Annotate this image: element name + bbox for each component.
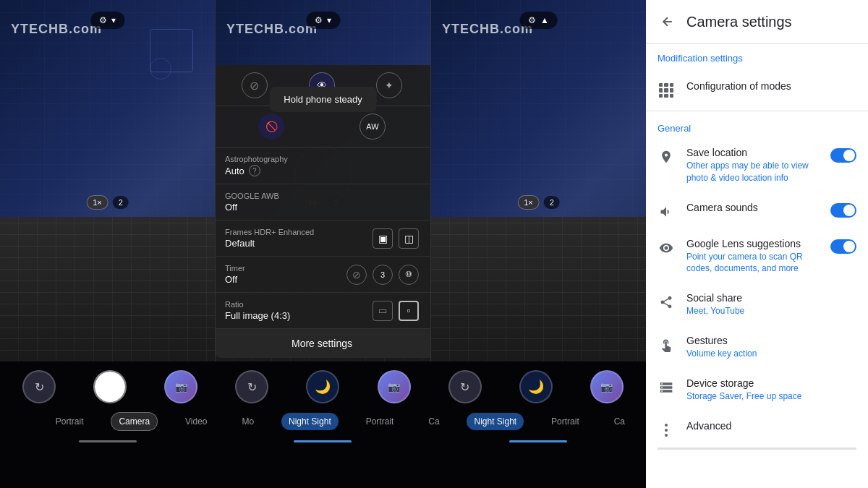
camera-icon-2: 📷 [388,381,400,393]
google-lens-item[interactable]: Google Lens suggestions Point your camer… [646,229,868,284]
frame-icon-2[interactable]: ◫ [399,228,419,249]
advanced-item[interactable]: Advanced [646,411,868,448]
overlay-icon-camera-off[interactable]: 🚫 [258,114,284,140]
overlay-astrophotography: Astrophotography Auto ? [216,147,430,184]
gestures-icon [658,336,675,354]
camera-icon-1: 📷 [175,381,187,393]
overlay-icon-sparkle[interactable]: ✦ [376,72,402,98]
overlay-icon-aw[interactable]: AW [359,114,386,140]
save-location-toggle[interactable] [830,148,856,163]
panel-header-3[interactable]: ⚙ ▲ [519,12,558,29]
tab-portrait-2[interactable]: Portrait [359,413,401,430]
frames-value: Default [225,238,314,249]
device-storage-title: Device storage [686,377,856,389]
tab-portrait-3[interactable]: Portrait [544,413,587,430]
keyboard-area-3 [431,217,646,361]
hold-steady-toast: Hold phone steady [269,87,376,112]
overlay-awb: GOOGLE AWB Off [216,184,430,221]
svg-point-0 [665,246,668,249]
tab-portrait-1[interactable]: Portrait [48,413,91,430]
ratio-label: Ratio [225,300,290,309]
gear-icon-3[interactable]: ⚙ [528,15,536,25]
tab-ca-2[interactable]: Ca [607,413,632,430]
info-icon-astro[interactable]: ? [249,165,260,176]
astro-label: Astrophotography [225,155,419,163]
ratio-tall-icon[interactable]: ▭ [373,301,393,321]
indicator-1 [79,440,137,442]
mode-icon-gradient-3[interactable]: 📷 [589,369,625,405]
moon-icon-1: 🌙 [315,379,331,395]
tab-night-sight-1[interactable]: Night Sight [281,413,339,430]
camera-section: YTECHB.com ⚙ ▾ 1× 2 YTECHB.com [0,0,646,488]
refresh-icon-2: ↻ [247,380,257,394]
camera-panel-1: YTECHB.com ⚙ ▾ 1× 2 [0,0,216,361]
timer-10-icon[interactable]: ⑩ [399,265,419,285]
zoom-1x-3[interactable]: 1× [517,195,540,210]
arrow-down-icon-1[interactable]: ▾ [111,15,116,25]
save-location-subtitle: Other apps may be able to view photo & v… [686,160,819,184]
social-share-item[interactable]: Social share Meet, YouTube [646,283,868,326]
timer-off-icon[interactable]: ⊘ [346,265,367,285]
back-button[interactable] [658,12,678,32]
configuration-item[interactable]: Configuration of modes [646,72,868,108]
advanced-title: Advanced [686,420,856,432]
mode-icon-refresh-1[interactable]: ↻ [21,369,57,405]
mode-icon-capture-1[interactable] [92,369,128,405]
tab-ca-1[interactable]: Ca [421,413,446,430]
camera-panels: YTECHB.com ⚙ ▾ 1× 2 YTECHB.com [0,0,646,361]
watermark-3: YTECHB.com [442,22,533,37]
panel-header-2[interactable]: ⚙ ▾ [306,12,340,29]
google-lens-toggle[interactable] [830,239,856,254]
gestures-item[interactable]: Gestures Volume key action [646,326,868,369]
camera-sounds-toggle[interactable] [830,203,856,218]
modification-settings-link[interactable]: Modification settings [646,44,868,72]
gear-icon-2[interactable]: ⚙ [315,15,323,25]
ratio-square-icon[interactable]: ▫ [399,301,419,321]
configuration-icon [658,82,675,99]
divider-1 [646,111,868,111]
refresh-icon-1: ↻ [35,380,44,394]
tab-night-sight-2[interactable]: Night Sight [467,413,524,430]
arrow-down-icon-2[interactable]: ▾ [327,15,331,25]
device-storage-item[interactable]: Device storage Storage Saver, Free up sp… [646,369,868,411]
save-location-title: Save location [686,147,819,158]
zoom-bar-3: 1× 2 [517,195,560,210]
shutter-button-1[interactable] [95,372,125,402]
camera-panel-2: YTECHB.com ⚙ ▾ Hold phone steady ⊘ 👁 ✦ [216,0,431,361]
more-icon [658,421,675,439]
camera-icon-3: 📷 [600,381,613,393]
camera-sounds-item[interactable]: Camera sounds [646,193,868,229]
arrow-up-icon-3[interactable]: ▲ [540,15,549,25]
mode-icon-gradient-2[interactable]: 📷 [376,369,412,405]
tab-empty-1[interactable] [14,418,28,425]
tab-video-1[interactable]: Video [178,413,214,430]
timer-label: Timer [225,264,245,273]
frame-icon-1[interactable]: ▣ [373,228,393,249]
awb-value: Off [225,202,419,213]
configuration-title: Configuration of modes [686,80,856,92]
sound-icon [658,203,675,221]
more-settings-button[interactable]: More settings [216,329,430,358]
social-share-title: Social share [686,292,856,304]
mode-icon-refresh-3[interactable]: ↻ [447,369,483,405]
google-lens-subtitle: Point your camera to scan QR codes, docu… [686,251,819,275]
tab-mo-1[interactable]: Mo [234,413,261,430]
zoom-2x-3[interactable]: 2 [544,196,560,209]
gestures-title: Gestures [686,335,856,346]
watermark-2: YTECHB.com [226,22,318,37]
zoom-1x-1[interactable]: 1× [86,195,109,210]
overlay-icon-slash[interactable]: ⊘ [242,72,268,98]
mode-icon-moon-1[interactable]: 🌙 [305,369,341,405]
device-storage-subtitle: Storage Saver, Free up space [686,390,856,403]
mode-icon-gradient-1[interactable]: 📷 [163,369,199,405]
mode-icon-moon-2[interactable]: 🌙 [518,369,554,405]
lens-icon [658,239,675,257]
panel-header-1[interactable]: ⚙ ▾ [90,12,124,29]
tab-camera-1[interactable]: Camera [111,412,158,431]
save-location-item[interactable]: Save location Other apps may be able to … [646,138,868,193]
zoom-2x-1[interactable]: 2 [113,196,129,209]
frames-label: Frames HDR+ Enhanced [225,228,314,236]
gear-icon-1[interactable]: ⚙ [99,15,107,25]
timer-3-icon[interactable]: 3 [373,265,393,285]
mode-icon-refresh-2[interactable]: ↻ [234,369,270,405]
